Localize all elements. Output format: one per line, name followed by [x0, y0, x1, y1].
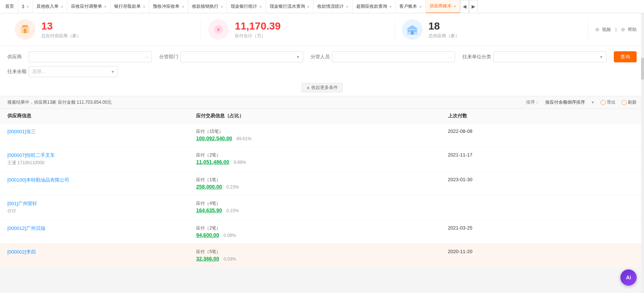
transaction-amount-4[interactable]: 164,635.90	[196, 207, 222, 213]
nav-tab-bank-deposit[interactable]: 银行存取款单 ×	[111, 0, 149, 13]
transaction-cell-2: 应付（2笔） 11,051,486.00 9.89%	[196, 152, 448, 165]
supplier-link-4[interactable]: [001]广州荣轩	[7, 201, 37, 206]
dots-icon-2: ···	[448, 54, 452, 60]
filter-row-2: 往来余额 选择... ▼	[7, 66, 637, 77]
close-icon[interactable]: ×	[61, 4, 63, 9]
supplier-icon	[15, 19, 35, 40]
supplier-link-6[interactable]: [000002]李四	[7, 249, 36, 255]
nav-tab-other-income[interactable]: 其他收入单 ×	[33, 0, 67, 13]
close-icon[interactable]: ×	[182, 4, 184, 9]
nav-tab-home[interactable]: 首页	[1, 0, 18, 13]
svg-marker-6	[406, 25, 418, 29]
supplier-filter-label: 供应商	[7, 54, 27, 60]
refresh-button[interactable]: 刷新	[622, 99, 637, 106]
nav-tab-3[interactable]: 3 ×	[18, 0, 33, 13]
col-header-last-payment: 上次付数	[448, 113, 574, 119]
category-filter-select[interactable]: ▼	[493, 51, 607, 62]
transaction-amount-5[interactable]: 94,600.00	[196, 232, 219, 238]
supplier-sub-4: 仔仔	[7, 208, 196, 214]
svg-rect-9	[414, 30, 417, 32]
close-icon[interactable]: ×	[389, 4, 392, 9]
sort-label: 排序：	[526, 99, 539, 106]
nav-tab-overdue[interactable]: 超期应收款查询 ×	[353, 0, 396, 13]
payable-suppliers-value: 13	[41, 20, 81, 32]
nav-tab-ap-adjust[interactable]: 应收应付调整单 ×	[67, 0, 111, 13]
supplier-input-field[interactable]	[31, 54, 145, 59]
close-icon[interactable]: ×	[346, 4, 348, 9]
supplier-link-2[interactable]: [000007]恒旺二手叉车	[7, 152, 55, 158]
supplier-cell-3: [000100]本特勤油品有限公司	[7, 177, 196, 183]
last-payment-cell-5: 2021-03-25	[448, 225, 574, 231]
transaction-amount-3[interactable]: 258,000.00	[196, 184, 222, 190]
summary-info-payable-suppliers: 13 总应付供应商（家）	[41, 20, 81, 39]
nav-tab-cash-bank-flow[interactable]: 现金银行流水查询 ×	[266, 0, 314, 13]
nav-tab-advance[interactable]: 预收冲应收单 ×	[149, 0, 188, 13]
nav-tab-other-income-label: 其他收入单	[36, 3, 59, 10]
summary-card-total-suppliers: 18 总供应商（家）	[395, 19, 588, 40]
nav-tab-overdue-label: 超期应收款查询	[356, 3, 387, 10]
transaction-pct-4: 0.15%	[226, 208, 239, 213]
close-icon[interactable]: ×	[27, 4, 29, 9]
filter-balance: 往来余额 选择... ▼	[7, 66, 118, 77]
chevron-up-icon: ∧	[307, 85, 310, 90]
supplier-filter-input[interactable]: ···	[29, 51, 152, 62]
filter-category: 往来单位分类 ▼	[462, 51, 607, 62]
transaction-row-1: 100,092,540.00 89.61%	[196, 135, 448, 141]
transaction-amount-2[interactable]: 11,051,486.00	[196, 159, 229, 165]
transaction-cell-3: 应付（1笔） 258,000.00 0.23%	[196, 177, 448, 190]
collapse-button[interactable]: ∧ 收起更多条件	[302, 83, 343, 92]
nav-tab-customer-account[interactable]: 客户账本 ×	[396, 0, 426, 13]
svg-rect-8	[408, 30, 410, 32]
close-icon[interactable]: ×	[454, 4, 456, 8]
close-icon[interactable]: ×	[104, 4, 106, 9]
top-right-links: ⊙ 视频 ｜ ⊙ 帮助	[588, 27, 637, 33]
chevron-down-icon: ▼	[296, 55, 300, 59]
col-header-transaction: 应付交易信息（占比）	[196, 113, 448, 119]
supplier-link-3[interactable]: [000100]本特勤油品有限公司	[7, 177, 69, 183]
nav-tab-cash-bank-stat[interactable]: 现金银行统计 ×	[227, 0, 266, 13]
sort-chevron-icon[interactable]: ▼	[591, 100, 595, 104]
nav-tab-supplier-account[interactable]: 供应商账本 ×	[426, 0, 460, 13]
svg-rect-2	[24, 29, 27, 33]
person-input-field[interactable]	[335, 54, 448, 59]
export-button[interactable]: 导出	[601, 99, 616, 106]
close-icon[interactable]: ×	[419, 4, 421, 9]
nav-tab-collect-verify[interactable]: 收款核销执行 ×	[188, 0, 227, 13]
transaction-info-2: 应付（2笔） 11,051,486.00 9.89%	[196, 152, 448, 165]
balance-filter-select[interactable]: 选择... ▼	[29, 66, 118, 77]
person-filter-input[interactable]: ···	[332, 51, 455, 62]
export-icon	[601, 100, 606, 105]
transaction-amount-1[interactable]: 100,092,540.00	[196, 135, 232, 141]
dept-filter-select[interactable]: ▼	[181, 51, 304, 62]
col-header-extra	[574, 113, 637, 119]
table-row: [000002]李四 应付（5笔） 32,366.00 0.03% 2020-1…	[0, 244, 644, 267]
nav-tab-3-label: 3	[22, 4, 24, 9]
transaction-row-6: 32,366.00 0.03%	[196, 256, 448, 262]
total-suppliers-value: 18	[428, 20, 459, 32]
close-icon[interactable]: ×	[221, 4, 223, 9]
sort-value[interactable]: 按应付余额倒序排序	[545, 99, 585, 106]
close-icon[interactable]: ×	[143, 4, 145, 9]
transaction-cell-6: 应付（5笔） 32,366.00 0.03%	[196, 249, 448, 262]
collapse-label: 收起更多条件	[311, 85, 338, 91]
nav-tab-collect-stat[interactable]: 收款情况统计 ×	[314, 0, 352, 13]
search-button[interactable]: 查询	[614, 51, 637, 62]
data-table: 供应商信息 应付交易信息（占比） 上次付数 [000001]张三 应付（15笔）…	[0, 109, 644, 267]
last-payment-cell-2: 2021-11-17	[448, 152, 574, 158]
supplier-link-1[interactable]: [000001]张三	[7, 129, 36, 134]
nav-tab-collect-verify-label: 收款核销执行	[192, 3, 218, 10]
supplier-link-5[interactable]: [000012]广州贝瑞	[7, 225, 45, 231]
scrollbar-thumb[interactable]	[641, 58, 644, 80]
video-link[interactable]: 视频	[602, 27, 611, 33]
close-icon[interactable]: ×	[307, 4, 309, 9]
supplier-cell-1: [000001]张三	[7, 128, 196, 135]
payable-total-value: 11,170.39	[235, 20, 281, 32]
nav-prev-button[interactable]: ◀	[460, 0, 469, 13]
transaction-label-4: 应付（4笔）	[196, 200, 448, 207]
close-icon[interactable]: ×	[259, 4, 262, 9]
last-payment-date-2: 2021-11-17	[448, 152, 473, 158]
table-row: [000007]恒旺二手叉车 王通 17106110000 应付（2笔） 11,…	[0, 147, 644, 172]
help-link[interactable]: 帮助	[628, 27, 637, 33]
nav-next-button[interactable]: ▶	[469, 0, 478, 13]
transaction-amount-6[interactable]: 32,366.00	[196, 256, 219, 262]
